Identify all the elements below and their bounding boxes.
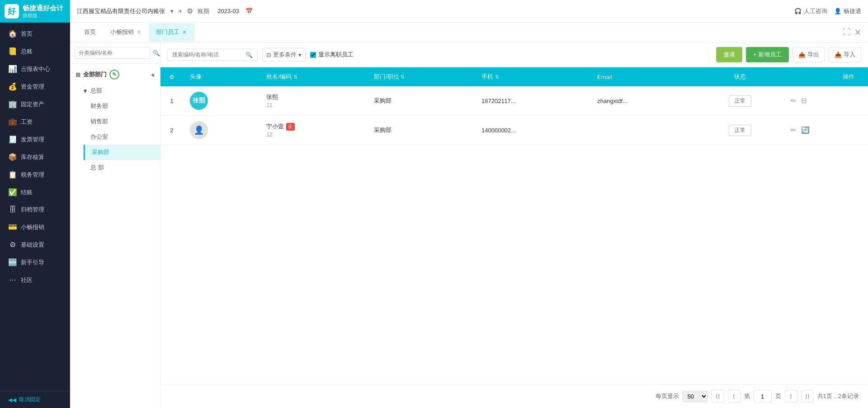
sidebar-item-funds[interactable]: 💰 资金管理 — [0, 78, 70, 95]
sidebar-item-label: 新手引导 — [21, 258, 44, 267]
next-page-button[interactable]: ⟩ — [785, 390, 797, 403]
dept-parent-head[interactable]: ▼ 总部 — [77, 83, 160, 98]
edit-badge[interactable]: ✎ — [109, 70, 119, 80]
sidebar-item-reports[interactable]: 📊 云报表中心 — [0, 60, 70, 78]
sidebar-item-inventory[interactable]: 📦 库存核算 — [0, 148, 70, 166]
employee-search-icon[interactable]: 🔍 — [245, 52, 253, 58]
table-row: 2 👤 宁小壹 应 12 — [160, 116, 868, 145]
main-area: 江西服宝精品有限责任公司内账张 ▾ + ⚙ 账期 2023-03 📅 🎧 人工咨… — [70, 0, 868, 408]
expense-icon: 💳 — [8, 223, 17, 231]
dept-item-general[interactable]: 总 部 — [84, 160, 160, 175]
col-name[interactable]: 姓名/编码 ⇅ — [259, 67, 367, 86]
user-button[interactable]: 👤 畅捷通 — [834, 7, 861, 15]
tab-dept[interactable]: 部门员工 × — [149, 23, 194, 42]
row2-no: 2 — [160, 116, 183, 145]
dept-item-purchase[interactable]: 采购部 — [84, 145, 160, 160]
settings-icon: ⚙ — [8, 240, 17, 249]
add-company-button[interactable]: + — [178, 7, 182, 15]
row1-name-cell: 张熙 11 — [259, 86, 367, 116]
sidebar-item-label: 云报表中心 — [21, 65, 50, 73]
all-dept-header[interactable]: ⊞ 全部部门 ✎ « — [70, 66, 160, 83]
sidebar-item-checkout[interactable]: ✅ 结账 — [0, 183, 70, 201]
pagination: 每页显示 50 100 200 ⟨⟨ ⟨ 第 页 ⟩ ⟩⟩ 共1页，2条记录 — [160, 384, 868, 408]
employee-table-container: ⚙ 头像 姓名/编码 ⇅ 部门/职位 ⇅ 手机 ⇅ Email 状态 操作 — [160, 67, 868, 384]
dept-item-office[interactable]: 办公室 — [84, 129, 160, 145]
settings-button[interactable]: ⚙ — [187, 7, 193, 15]
tab-home[interactable]: 首页 — [77, 23, 103, 42]
sidebar-item-settings[interactable]: ⚙ 基础设置 — [0, 236, 70, 253]
col-settings[interactable]: ⚙ — [160, 67, 183, 86]
show-resigned-toggle[interactable]: 显示离职员工 — [310, 51, 354, 59]
sidebar-item-invoice[interactable]: 🧾 发票管理 — [0, 131, 70, 148]
dept-search-input[interactable] — [75, 47, 151, 59]
sidebar-item-archive[interactable]: 🗄 归档管理 — [0, 201, 70, 218]
sidebar-item-label: 归档管理 — [21, 206, 44, 214]
sidebar-item-label: 小畅报销 — [21, 223, 44, 231]
calendar-icon[interactable]: 📅 — [245, 8, 253, 14]
edit-icon[interactable]: ✏ — [791, 126, 797, 134]
filter-button[interactable]: ⊟ 更多条件 ▾ — [262, 48, 306, 61]
sidebar-item-label: 结账 — [21, 188, 33, 197]
row2-email — [590, 116, 696, 145]
employee-search-input[interactable] — [172, 52, 245, 58]
collapse-icon[interactable]: « — [151, 71, 155, 78]
col-dept[interactable]: 部门/职位 ⇅ — [367, 67, 475, 86]
period-label: 账期 — [198, 7, 209, 15]
tab-expense[interactable]: 小畅报销 × — [103, 23, 149, 42]
dept-search-icon[interactable]: 🔍 — [153, 50, 160, 56]
content-area: 🔍 ⊞ 全部部门 ✎ « ▼ 总部 财务部 销售部 — [70, 42, 868, 408]
expand-icon: ▼ — [82, 88, 88, 94]
add-employee-button[interactable]: + 新增员工 — [746, 47, 789, 62]
employee-code: 12 — [266, 131, 360, 138]
per-page-select[interactable]: 50 100 200 — [683, 391, 708, 402]
sidebar-item-home[interactable]: 🏠 首页 — [0, 25, 70, 42]
employee-name: 张熙 — [266, 93, 278, 101]
logout-icon[interactable]: ⊟ — [801, 97, 807, 105]
tab-expense-close[interactable]: × — [136, 28, 142, 36]
dept-item-finance[interactable]: 财务部 — [84, 98, 160, 114]
avatar: 👤 — [190, 121, 208, 139]
sidebar-item-guide[interactable]: 🆕 新手引导 — [0, 253, 70, 271]
col-actions: 操作 — [784, 67, 868, 86]
col-phone[interactable]: 手机 ⇅ — [475, 67, 590, 86]
headset-icon: 🎧 — [794, 8, 802, 14]
sidebar-item-ledger[interactable]: 📒 总账 — [0, 42, 70, 60]
support-button[interactable]: 🎧 人工咨询 — [794, 7, 827, 15]
filter-chevron-icon: ▾ — [298, 52, 302, 58]
sidebar-item-expense[interactable]: 💳 小畅报销 — [0, 218, 70, 236]
employee-panel: 🔍 ⊟ 更多条件 ▾ 显示离职员工 邀请 + 新增员工 📤 导出 — [160, 42, 868, 408]
last-page-button[interactable]: ⟩⟩ — [801, 390, 814, 403]
row1-phone: 187202117... — [475, 86, 590, 116]
row2-name-cell: 宁小壹 应 12 — [259, 116, 367, 145]
cancel-pin-button[interactable]: ◀◀ 取消固定 — [0, 391, 70, 408]
tab-dept-close[interactable]: × — [182, 28, 187, 36]
maximize-button[interactable]: ⛶ — [843, 28, 851, 37]
app-subtitle: 旗舰版 — [23, 12, 63, 19]
tabbar: 首页 小畅报销 × 部门员工 × ⛶ ✕ — [70, 23, 868, 42]
ledger-icon: 📒 — [8, 47, 17, 56]
company-dropdown-icon[interactable]: ▾ — [170, 8, 174, 14]
all-dept-label: 全部部门 — [83, 70, 107, 79]
sidebar-item-salary[interactable]: 💼 工资 — [0, 113, 70, 131]
sidebar-item-tax[interactable]: 📋 税务管理 — [0, 166, 70, 183]
edit-icon[interactable]: ✏ — [791, 97, 797, 105]
row1-dept: 采购部 — [367, 86, 475, 116]
dept-item-sales[interactable]: 销售部 — [84, 114, 160, 129]
refresh-icon[interactable]: 🔄 — [801, 126, 810, 134]
export-button[interactable]: 📤 导出 — [793, 47, 825, 62]
page-prefix-label: 第 — [744, 392, 750, 400]
row2-dept: 采购部 — [367, 116, 475, 145]
period-value[interactable]: 2023-03 — [217, 8, 239, 14]
sidebar-item-more[interactable]: ⋯ 社区 — [0, 271, 70, 289]
tab-dept-label: 部门员工 — [156, 28, 179, 36]
close-tab-button[interactable]: ✕ — [854, 28, 861, 38]
row1-status: 正常 — [696, 86, 784, 116]
show-resigned-checkbox[interactable] — [310, 52, 316, 58]
first-page-button[interactable]: ⟨⟨ — [712, 390, 724, 403]
toolbar-actions: 邀请 + 新增员工 📤 导出 📥 导入 — [716, 47, 861, 62]
invite-button[interactable]: 邀请 — [716, 47, 742, 62]
prev-page-button[interactable]: ⟨ — [728, 390, 741, 403]
sidebar-item-assets[interactable]: 🏢 固定资产 — [0, 95, 70, 113]
page-number-input[interactable] — [754, 390, 772, 403]
import-button[interactable]: 📥 导入 — [829, 47, 861, 62]
